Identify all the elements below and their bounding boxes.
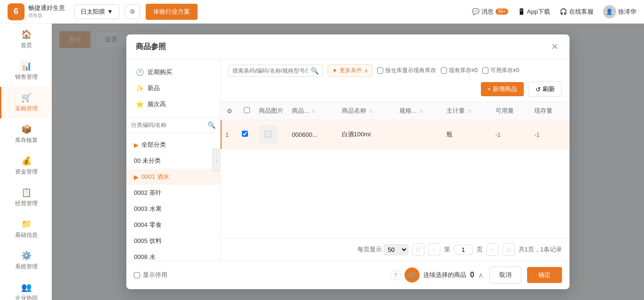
- user-avatar: 👤: [603, 5, 616, 18]
- collapse-cart-icon[interactable]: ∧: [478, 271, 484, 280]
- cart-label: 连续选择的商品: [423, 271, 466, 279]
- show-disabled-label[interactable]: 显示停用: [134, 271, 167, 279]
- phone-icon: 📱: [518, 8, 525, 15]
- refresh-button[interactable]: ↺ 刷新: [528, 82, 562, 97]
- cart-count: 0: [470, 271, 474, 279]
- sidebar-item-purchase[interactable]: 🛒 采购管理: [0, 87, 51, 118]
- nav-message[interactable]: 💬 消息 99+: [472, 8, 508, 16]
- th-settings[interactable]: ⚙: [221, 102, 238, 120]
- sidebar-item-inventory[interactable]: 📦 库存核算: [0, 118, 51, 150]
- th-unit[interactable]: 主计量 ⇅: [443, 102, 491, 120]
- td-available: -1: [492, 120, 531, 149]
- image-placeholder-icon: 🖼: [264, 129, 273, 140]
- sidebar-item-sales[interactable]: 📊 销售管理: [0, 55, 51, 87]
- row-checkbox[interactable]: [242, 131, 248, 137]
- td-stock: -1: [530, 120, 570, 149]
- filter-icon: ▼: [332, 67, 338, 74]
- page-size-dropdown[interactable]: 50 10 20 100: [384, 244, 408, 255]
- logo-icon: 6: [8, 3, 25, 20]
- cancel-button[interactable]: 取消: [489, 267, 521, 283]
- table-row[interactable]: 1 🖼: [221, 120, 570, 149]
- chevron-down-icon: ▼: [107, 8, 113, 15]
- page-size-select: 每页显示 50 10 20 100: [357, 244, 408, 255]
- modal-title: 商品参照: [136, 42, 166, 52]
- next-page-button[interactable]: ›: [487, 243, 499, 256]
- product-search-input[interactable]: [232, 67, 308, 74]
- select-all-checkbox[interactable]: [244, 107, 250, 113]
- product-table-wrap: ⚙ 商品图片 商品...: [221, 102, 570, 238]
- last-page-button[interactable]: ⟩⟩: [503, 243, 515, 256]
- td-checkbox[interactable]: [238, 120, 255, 149]
- first-page-button[interactable]: ⟨⟨: [412, 243, 424, 256]
- category-item-tea[interactable]: 0002 茶叶: [126, 185, 220, 201]
- category-item-fruit[interactable]: 0003 水果: [126, 201, 220, 217]
- filter-button[interactable]: ▼ 更多条件 ∧: [328, 64, 372, 77]
- sidebar-label: 销售管理: [15, 73, 38, 81]
- modal-close-button[interactable]: ✕: [549, 41, 560, 52]
- sidebar-label: 经营管理: [15, 200, 38, 208]
- sort-spec-icon: ⇅: [420, 108, 423, 114]
- category-item-liquor[interactable]: ▶ 0001 酒水: [126, 169, 220, 185]
- sidebar-item-collab[interactable]: 👥 企业协同: [0, 276, 51, 300]
- gear-button[interactable]: ⚙: [125, 4, 140, 19]
- add-product-button[interactable]: + 新增商品: [481, 82, 524, 96]
- prev-page-button[interactable]: ‹: [428, 243, 440, 256]
- th-available: 可用量: [492, 102, 531, 120]
- modal-left-tabs: 🕐 近期购买 ✨ 新品 ⭐ 频次高: [126, 59, 220, 117]
- cart-icon[interactable]: 🛒: [405, 267, 420, 283]
- page-info: 共1页，1条记录: [519, 245, 562, 254]
- inventory-icon: 📦: [21, 124, 32, 134]
- collapse-panel-button[interactable]: ‹: [212, 149, 221, 171]
- category-search-input[interactable]: [131, 122, 205, 128]
- page-number-input[interactable]: [454, 245, 473, 255]
- th-stock: 现存量: [530, 102, 570, 120]
- checkbox-stock-label[interactable]: 现有库存≠0: [441, 67, 478, 75]
- show-disabled-checkbox[interactable]: [134, 272, 140, 278]
- nav-service[interactable]: 🎧 在线客服: [560, 8, 594, 16]
- sidebar-item-system[interactable]: ⚙️ 系统管理: [0, 245, 51, 276]
- sidebar-item-finance[interactable]: 💰 资金管理: [0, 150, 51, 182]
- base-icon: 📁: [21, 219, 32, 229]
- modal-right-panel: 🔍 ▼ 更多条件 ∧ 按仓库显示现有库存: [221, 59, 570, 260]
- nav-user[interactable]: 👤 徐泽华: [603, 5, 636, 18]
- confirm-button[interactable]: 确定: [527, 267, 562, 283]
- sidebar-label: 库存核算: [15, 136, 38, 144]
- logo-text: 畅捷通好生意: [28, 4, 65, 12]
- experience-button[interactable]: 体验行业方案: [146, 4, 198, 20]
- th-checkbox: [238, 102, 255, 120]
- checkbox-stock[interactable]: [441, 67, 447, 74]
- th-name[interactable]: 商品名称 ⇅: [338, 102, 396, 120]
- message-badge: 99+: [495, 8, 508, 15]
- top-nav: 6 畅捷通好生意 猎鱼版 日太阳膜 ▼ ⚙ 体验行业方案 💬 消息 99+ 📱 …: [0, 0, 644, 24]
- category-item-snack[interactable]: 0004 零食: [126, 217, 220, 233]
- checkbox-available[interactable]: [482, 67, 488, 74]
- checkbox-warehouse-label[interactable]: 按仓库显示现有库存: [377, 67, 436, 75]
- sidebar-item-home[interactable]: 🏠 首页: [0, 24, 51, 55]
- sidebar-item-base[interactable]: 📁 基础信息: [0, 213, 51, 245]
- modal-header: 商品参照 ✕: [126, 34, 570, 59]
- category-item-uncategorized[interactable]: 00 未分类: [126, 153, 220, 169]
- recent-icon: 🕐: [136, 68, 144, 76]
- tab-recent[interactable]: 🕐 近期购买: [131, 64, 215, 80]
- checkbox-warehouse[interactable]: [377, 67, 383, 74]
- operation-icon: 📋: [21, 187, 32, 198]
- th-code[interactable]: 商品... ⇅: [288, 102, 338, 120]
- product-table: ⚙ 商品图片 商品...: [221, 102, 570, 149]
- checkbox-available-label[interactable]: 可用库存≠0: [482, 67, 519, 75]
- td-image: 🖼: [255, 120, 288, 149]
- system-icon: ⚙️: [21, 250, 32, 261]
- category-item-all[interactable]: ▶ 全部分类: [126, 137, 220, 153]
- message-icon: 💬: [472, 8, 479, 15]
- help-icon[interactable]: ?: [390, 270, 401, 280]
- nav-dropdown[interactable]: 日太阳膜 ▼: [74, 4, 119, 19]
- sidebar-item-operation[interactable]: 📋 经营管理: [0, 182, 51, 213]
- tab-new[interactable]: ✨ 新品: [131, 80, 215, 96]
- category-item-water[interactable]: 0008 水: [126, 249, 220, 260]
- th-spec[interactable]: 规格... ⇅: [396, 102, 443, 120]
- category-item-beverage[interactable]: 0005 饮料: [126, 233, 220, 249]
- nav-app-download[interactable]: 📱 App下载: [518, 8, 550, 16]
- sort-code-icon: ⇅: [312, 108, 315, 114]
- footer-cart: ? 🛒 连续选择的商品 0 ∧: [390, 267, 484, 283]
- sidebar-label: 系统管理: [15, 263, 38, 271]
- tab-frequent[interactable]: ⭐ 频次高: [131, 96, 215, 112]
